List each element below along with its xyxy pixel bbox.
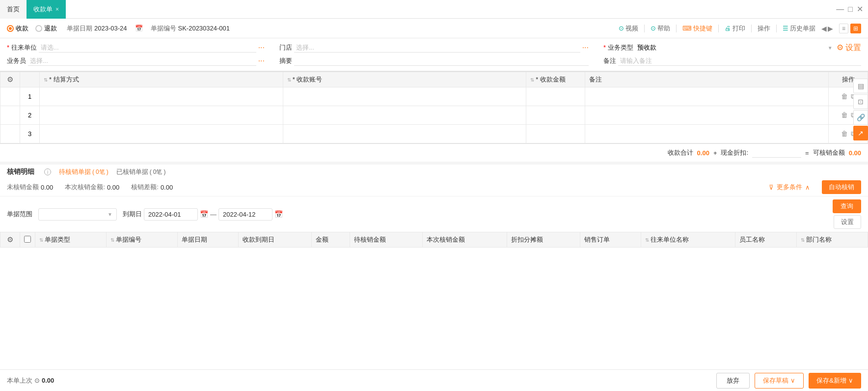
calendar-from-icon[interactable]: 📅 — [200, 210, 208, 218]
sort-icon-zhangHao[interactable]: ⇅ — [287, 77, 291, 83]
sort-danJuBianHao[interactable]: ⇅ — [110, 237, 114, 243]
filter-icon: ⊽ — [769, 184, 774, 191]
bth-checkbox — [20, 232, 35, 248]
input-xianJinZheKou[interactable] — [752, 148, 801, 158]
td-zhangHao-3[interactable] — [283, 125, 526, 143]
right-float-table-icon[interactable]: ▤ — [853, 79, 868, 93]
dropdown-yewuLeixing-icon[interactable]: ▼ — [828, 45, 833, 51]
more-conditions[interactable]: ⊽ 更多条件 ∧ — [769, 183, 810, 192]
input-jiesuanFangshi-1[interactable] — [40, 87, 283, 106]
input-jiesuanFangshi-3[interactable] — [40, 125, 283, 143]
maximize-icon[interactable]: □ — [848, 5, 853, 14]
btn-abandon[interactable]: 放弃 — [716, 373, 750, 389]
minimize-icon[interactable]: — — [836, 5, 844, 14]
delete-row-3-icon[interactable]: 🗑 — [841, 130, 848, 138]
td-beizhu-3[interactable] — [585, 125, 829, 143]
input-beizhu-1[interactable] — [585, 87, 828, 106]
checkbox-all[interactable] — [24, 236, 31, 243]
nav-prev-icon[interactable]: ◀ — [821, 25, 827, 32]
bth-gear[interactable]: ⚙ — [0, 232, 20, 248]
input-jinE-3[interactable] — [526, 125, 585, 143]
th-gear[interactable]: ⚙ — [0, 72, 20, 87]
gear-icon[interactable]: ⚙ — [7, 75, 13, 84]
input-beizhu[interactable] — [618, 56, 861, 66]
btn-action[interactable]: 操作 — [758, 24, 770, 33]
right-float-link-icon[interactable]: 🔗 — [853, 110, 868, 125]
btn-save-draft[interactable]: 保存草稿 ∨ — [755, 373, 804, 389]
sort-icon-jiesuanFangshi[interactable]: ⇅ — [44, 77, 48, 83]
heSiao-info-icon[interactable]: i — [44, 168, 51, 175]
view-grid-icon[interactable]: ⊞ — [850, 24, 861, 33]
radio-tuiDan[interactable]: 退款 — [35, 24, 57, 33]
input-beizhu-3[interactable] — [585, 125, 828, 143]
calendar-to-icon[interactable]: 📅 — [274, 210, 283, 218]
td-jiesuanFangshi-2[interactable] — [40, 106, 283, 125]
select-danJuFanWei[interactable]: ▼ — [38, 208, 117, 221]
input-yewuYuan[interactable] — [28, 56, 256, 66]
btn-history[interactable]: ☰ 历史单据 — [783, 24, 815, 33]
date-from-input[interactable] — [144, 208, 198, 221]
btn-video[interactable]: ⊙ 视频 — [619, 24, 638, 33]
input-liaiwanDanWei[interactable] — [39, 43, 256, 53]
btn-auto-heSiao[interactable]: 自动核销 — [822, 180, 861, 194]
th-shouKuanZhangHao: ⇅ * 收款账号 — [283, 72, 526, 87]
td-beizhu-1[interactable] — [585, 87, 829, 106]
td-jinE-3[interactable] — [526, 125, 585, 143]
input-jiesuanFangshi-2[interactable] — [40, 106, 283, 124]
sort-liaiwanDanWei[interactable]: ⇅ — [645, 237, 649, 243]
input-zhangHao-2[interactable] — [283, 106, 526, 124]
date-to-input[interactable] — [218, 208, 272, 221]
sort-icon-jinE[interactable]: ⇅ — [530, 77, 534, 83]
input-beizhu-2[interactable] — [585, 106, 828, 124]
delete-row-1-icon[interactable]: 🗑 — [841, 92, 848, 101]
th-jiesuanFangshi: ⇅ * 结算方式 — [40, 72, 283, 87]
calendar-icon-date[interactable]: 📅 — [135, 25, 143, 32]
tab-daiHeSiao[interactable]: 待核销单据 (0笔) — [59, 168, 108, 176]
td-jiesuanFangshi-1[interactable] — [40, 87, 283, 106]
dots-menDian[interactable]: ··· — [582, 44, 589, 52]
td-beizhu-2[interactable] — [585, 106, 829, 125]
btn-setting[interactable]: 设置 — [834, 215, 861, 229]
nav-next-icon[interactable]: ▶ — [828, 25, 833, 32]
btn-query[interactable]: 查询 — [833, 199, 861, 213]
tab-shouKuanDan[interactable]: 收款单 × — [27, 0, 66, 19]
field-yewuLeixing: 业务类型 预收款 ▼ ⚙ 设置 — [603, 42, 861, 53]
right-float-expand-icon[interactable]: ↗ — [853, 126, 868, 140]
close-window-icon[interactable]: ✕ — [857, 4, 863, 14]
chevron-save-icon: ∨ — [848, 377, 853, 384]
bth-liaiwanDanWei: ⇅往来单位名称 — [641, 232, 735, 248]
view-list-icon[interactable]: ≡ — [839, 24, 848, 33]
input-zhangHao-1[interactable] — [283, 87, 526, 106]
plus-sign: + — [713, 149, 717, 157]
gear-icon-bottom[interactable]: ⚙ — [7, 235, 13, 244]
input-zhangHao-3[interactable] — [283, 125, 526, 143]
input-menDian[interactable] — [294, 43, 580, 53]
input-jinE-1[interactable] — [526, 87, 585, 106]
td-jiesuanFangshi-3[interactable] — [40, 125, 283, 143]
dots-liaiwanDanWei[interactable]: ··· — [258, 44, 265, 52]
dots-yewuYuan[interactable]: ··· — [258, 57, 265, 65]
td-jinE-1[interactable] — [526, 87, 585, 106]
footer-row: 本单上次 ⊙ 0.00 放弃 保存草稿 ∨ 保存&新增 ∨ — [0, 369, 868, 391]
td-zhangHao-1[interactable] — [283, 87, 526, 106]
td-jinE-2[interactable] — [526, 106, 585, 125]
close-tab-icon[interactable]: × — [55, 6, 59, 13]
btn-save-new[interactable]: 保存&新增 ∨ — [809, 373, 861, 389]
radio-dot-tuiDan — [35, 25, 42, 32]
sort-danJuLeixing[interactable]: ⇅ — [39, 237, 43, 243]
sort-buMen[interactable]: ⇅ — [801, 237, 805, 243]
tab-yiHeSiao[interactable]: 已核销单据 (0笔) — [116, 168, 166, 176]
radio-shouKuan[interactable]: 收款 — [7, 24, 28, 33]
th-num — [20, 72, 40, 87]
chevron-up-icon: ∧ — [805, 184, 810, 191]
input-jinE-2[interactable] — [526, 106, 585, 124]
input-zhaiyao[interactable] — [294, 56, 589, 66]
right-float-grid-icon[interactable]: ⊡ — [853, 94, 868, 109]
tab-home[interactable]: 首页 — [0, 0, 27, 19]
delete-row-2-icon[interactable]: 🗑 — [841, 111, 848, 119]
td-zhangHao-2[interactable] — [283, 106, 526, 125]
settings-yewuLeixing[interactable]: ⚙ 设置 — [837, 44, 861, 52]
btn-shortcut[interactable]: ⌨ 快捷键 — [682, 24, 712, 33]
btn-print[interactable]: 🖨 打印 — [725, 24, 745, 33]
btn-help[interactable]: ⊙ 帮助 — [651, 24, 670, 33]
